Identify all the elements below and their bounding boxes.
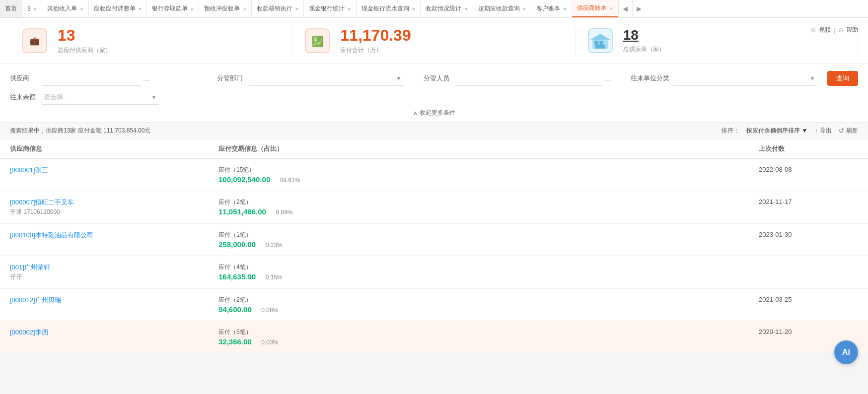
nav-tab-overdue-ar-close[interactable]: × [523, 6, 526, 12]
nav-tab-receipt-stat-close[interactable]: × [464, 6, 467, 12]
person-filter-input[interactable] [455, 71, 602, 86]
total-supplier-count: 18 [623, 28, 665, 43]
refresh-label: 刷新 [846, 127, 858, 135]
nav-tab-overdue-ar[interactable]: 超期应收款查询 × [473, 0, 531, 17]
cell-transaction-3: 应付（1笔） 258,000.00 0.23% [218, 231, 759, 249]
cell-supplier-2: [000007]恒旺二手叉车 王通 17106110000 [10, 198, 218, 216]
nav-tab-supplier-book-close[interactable]: × [610, 5, 613, 11]
export-label: 导出 [820, 127, 832, 135]
balance-filter-dropdown[interactable]: 请选择... ▼ [42, 90, 159, 105]
video-link[interactable]: 视频 [819, 26, 831, 34]
table-row: [000001]张三 应付（15笔） 100,092,540.00 89.61%… [0, 159, 868, 191]
trans-pct-6: 0.03% [261, 339, 278, 346]
help-link[interactable]: 帮助 [846, 26, 858, 34]
cell-supplier-4: [001]广州荣轩 仔仔 [10, 263, 218, 281]
export-button[interactable]: ↑ 导出 [815, 127, 832, 135]
supplier-sub-2: 王通 17106110000 [10, 208, 218, 216]
payable-amount-label: 应付合计（万） [340, 46, 411, 55]
refresh-button[interactable]: ↺ 刷新 [839, 127, 858, 135]
nav-tab-bank-deposit[interactable]: 银行存取款单 × [147, 0, 199, 17]
total-supplier-label: 总供应商（家） [623, 45, 665, 54]
filter-balance: 往来余额 请选择... ▼ [10, 90, 159, 105]
trans-pct-4: 0.15% [266, 274, 283, 281]
nav-tab-receipt-exec-close[interactable]: × [295, 6, 298, 12]
sort-value[interactable]: 按应付余额倒序排序 ▼ [746, 127, 807, 135]
filter-person: 分管人员 ... [424, 71, 611, 86]
trans-label-2: 应付（2笔） [218, 198, 759, 206]
dept-dropdown-arrow: ▼ [396, 75, 402, 82]
nav-tab-home-label: 首页 [5, 4, 17, 13]
collapse-button[interactable]: ∧ 收起更多条件 [10, 109, 858, 117]
table-row: [000007]恒旺二手叉车 王通 17106110000 应付（2笔） 11,… [0, 191, 868, 224]
table-row: [001]广州荣轩 仔仔 应付（4笔） 164,635.90 0.15% [0, 256, 868, 289]
trans-amount-3[interactable]: 258,000.00 [218, 240, 256, 249]
nav-tab-home[interactable]: 首页 [0, 0, 22, 17]
trans-amount-5[interactable]: 94,600.00 [218, 305, 252, 314]
supplier-sub-4: 仔仔 [10, 273, 218, 281]
person-filter-dots[interactable]: ... [604, 74, 610, 83]
nav-tab-cash-stat-label: 现金银行统计 [309, 4, 345, 13]
col-header-supplier: 供应商信息 [10, 144, 218, 153]
svg-rect-7 [594, 41, 598, 45]
cell-lastpay-6: 2020-11-20 [759, 328, 858, 335]
collapse-chevron-icon: ∧ [413, 110, 418, 117]
nav-tab-receipt-stat[interactable]: 收款情况统计 × [421, 0, 473, 17]
nav-tab-3-close[interactable]: × [34, 6, 37, 12]
filter-row-2: 往来余额 请选择... ▼ [10, 90, 159, 105]
supplier-link-1[interactable]: [000001]张三 [10, 166, 48, 174]
trans-amount-2[interactable]: 11,051,486.00 [218, 207, 266, 216]
supplier-filter-dots[interactable]: ... [143, 74, 149, 83]
nav-tab-ar-ap-adjust-close[interactable]: × [139, 6, 142, 12]
nav-tab-3[interactable]: 3 × [22, 0, 42, 17]
nav-tab-supplier-book[interactable]: 供应商账本 × [572, 0, 618, 17]
nav-tab-receipt-exec[interactable]: 收款核销执行 × [252, 0, 304, 17]
filter-dept: 分管部门 ▼ [217, 71, 404, 86]
trans-amount-6[interactable]: 32,366.00 [218, 337, 252, 346]
category-dropdown-arrow: ▼ [809, 75, 815, 82]
export-icon: ↑ [815, 127, 818, 134]
filter-row-1: 供应商 ... 分管部门 ▼ 分管人员 ... 往来单位分类 ▼ 查询 [10, 71, 858, 86]
nav-tab-cash-stat[interactable]: 现金银行统计 × [304, 0, 356, 17]
cell-supplier-6: [000002]李四 [10, 328, 218, 337]
balance-dropdown-text: 请选择... [44, 93, 69, 102]
nav-tab-other-income-close[interactable]: × [80, 6, 83, 12]
nav-tab-cash-stat-close[interactable]: × [348, 6, 351, 12]
trans-pct-1: 89.61% [280, 177, 300, 184]
dept-filter-dropdown[interactable]: ▼ [249, 71, 404, 86]
supplier-icon-1: ◇ 💼 [20, 26, 50, 56]
cell-transaction-5: 应付（2笔） 94,600.00 0.08% [218, 296, 759, 314]
nav-tab-ar-ap-adjust-label: 应收应付调整单 [94, 4, 136, 13]
trans-amount-1[interactable]: 100,092,540.00 [218, 175, 270, 184]
nav-tab-other-income[interactable]: 其他收入单 × [42, 0, 88, 17]
nav-tab-customer-book-close[interactable]: × [563, 6, 566, 12]
query-button[interactable]: 查询 [827, 71, 858, 86]
nav-arrow-left[interactable]: ◀ [618, 0, 632, 17]
category-filter-label: 往来单位分类 [631, 74, 669, 83]
supplier-link-4[interactable]: [001]广州荣轩 [10, 263, 50, 271]
nav-arrow-right[interactable]: ▶ [632, 0, 646, 17]
supplier-link-6[interactable]: [000002]李四 [10, 328, 48, 336]
filter-supplier: 供应商 ... [10, 71, 197, 86]
category-filter-dropdown[interactable]: ▼ [673, 71, 818, 86]
nav-tab-cash-flow-close[interactable]: × [412, 6, 415, 12]
summary-card-payable-suppliers: ◇ 💼 13 总应付供应商（家） [10, 26, 292, 56]
payable-amount: 11,170.39 [340, 27, 411, 44]
supplier-link-2[interactable]: [000007]恒旺二手叉车 [10, 198, 74, 206]
trans-amount-4[interactable]: 164,635.90 [218, 272, 256, 281]
nav-tab-ar-ap-adjust[interactable]: 应收应付调整单 × [89, 0, 147, 17]
nav-tab-receipt-exec-label: 收款核销执行 [257, 4, 292, 13]
supplier-link-5[interactable]: [000012]广州贝瑞 [10, 296, 61, 304]
nav-tab-customer-book[interactable]: 客户账本 × [531, 0, 572, 17]
dept-filter-label: 分管部门 [217, 74, 245, 83]
nav-tab-advance-ar[interactable]: 预收冲应收单 × [199, 0, 251, 17]
summary-text-amount: 11,170.39 应付合计（万） [340, 27, 411, 55]
nav-tab-customer-book-label: 客户账本 [536, 4, 560, 13]
cell-supplier-1: [000001]张三 [10, 166, 218, 175]
supplier-link-3[interactable]: [000100]本特勤油品有限公司 [10, 231, 93, 239]
cell-supplier-5: [000012]广州贝瑞 [10, 296, 218, 305]
supplier-filter-input[interactable] [42, 71, 141, 86]
nav-tab-bank-deposit-close[interactable]: × [191, 6, 194, 12]
payable-supplier-count: 13 [58, 27, 111, 44]
nav-tab-advance-ar-close[interactable]: × [243, 6, 246, 12]
nav-tab-cash-flow[interactable]: 现金银行流水查询 × [357, 0, 421, 17]
